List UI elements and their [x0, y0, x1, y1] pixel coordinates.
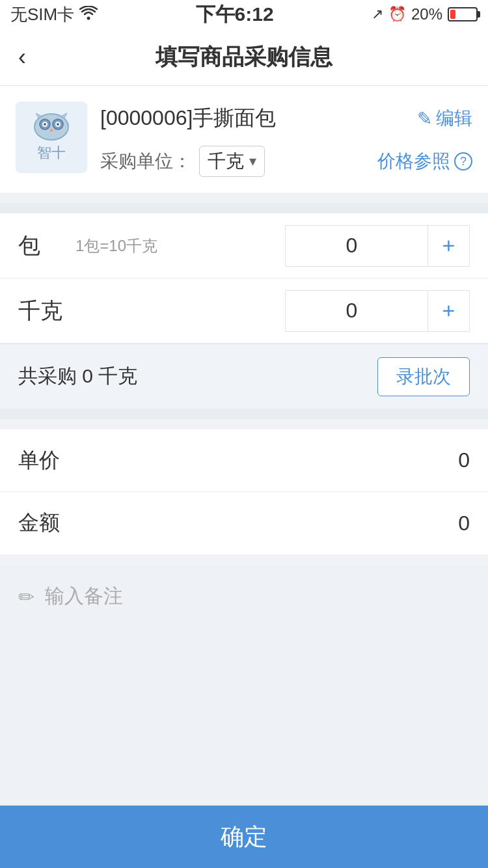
amount-row: 金额 0: [0, 492, 488, 554]
kg-input-wrapper: +: [285, 290, 470, 332]
product-card: 智十 [0000006]手撕面包 ✎ 编辑 采购单位： 千克 ▾ 价格参照: [0, 86, 488, 193]
total-unit: 千克: [98, 365, 137, 387]
bag-input-wrapper: +: [285, 225, 470, 267]
status-bar: 无SIM卡 下午6:12 ↗ ⏰ 20%: [0, 0, 488, 29]
price-ref-label: 价格参照: [377, 149, 450, 174]
product-name: [0000006]手撕面包: [100, 104, 276, 133]
remark-placeholder: 输入备注: [45, 583, 123, 610]
nav-bar: ‹ 填写商品采购信息: [0, 29, 488, 86]
bag-label: 包: [18, 231, 70, 261]
edit-label: 编辑: [436, 106, 472, 131]
unit-price-row: 单价 0: [0, 429, 488, 492]
unit-label: 采购单位：: [100, 149, 191, 174]
price-amount-section: 单价 0 金额 0: [0, 429, 488, 554]
svg-marker-9: [36, 113, 42, 118]
product-image: 智十: [16, 102, 87, 173]
product-id: [0000006]: [100, 106, 193, 129]
section-divider-1: [0, 203, 488, 213]
product-name-text: 手撕面包: [193, 106, 276, 129]
input-section: 包 1包=10千克 + 千克 + 共采购 0 千克 录批次: [0, 213, 488, 409]
battery-percent: 20%: [411, 5, 442, 23]
svg-marker-10: [61, 113, 67, 118]
edit-button[interactable]: ✎ 编辑: [417, 106, 472, 131]
product-name-row: [0000006]手撕面包 ✎ 编辑: [100, 104, 472, 133]
pencil-icon: ✏: [18, 586, 34, 608]
svg-point-1: [34, 114, 68, 140]
confirm-label: 确定: [221, 821, 267, 853]
amount-value: 0: [458, 511, 470, 536]
kg-plus-button[interactable]: +: [428, 290, 470, 332]
back-button[interactable]: ‹: [18, 44, 26, 71]
status-time: 下午6:12: [196, 1, 274, 28]
location-icon: ↗: [372, 6, 383, 23]
svg-point-7: [57, 123, 59, 126]
unit-value: 千克: [208, 149, 244, 174]
kg-number-input[interactable]: [285, 290, 428, 332]
confirm-button[interactable]: 确定: [0, 806, 488, 868]
page-title: 填写商品采购信息: [156, 42, 332, 72]
chevron-down-icon: ▾: [249, 153, 256, 170]
unit-price-label: 单价: [18, 446, 60, 475]
wifi-icon: [79, 5, 98, 25]
total-label: 共采购: [18, 365, 77, 387]
svg-point-4: [44, 123, 46, 126]
bag-number-input[interactable]: [285, 225, 428, 267]
edit-icon: ✎: [417, 108, 432, 129]
battery-icon: [448, 7, 478, 21]
amount-label: 金额: [18, 509, 60, 537]
owl-brand-text: 智十: [37, 143, 66, 163]
bag-plus-button[interactable]: +: [428, 225, 470, 267]
bag-input-row: 包 1包=10千克 +: [0, 213, 488, 278]
kg-label: 千克: [18, 296, 70, 326]
total-amount: 0: [82, 365, 93, 387]
remark-section[interactable]: ✏ 输入备注: [0, 565, 488, 799]
total-row: 共采购 0 千克 录批次: [0, 344, 488, 409]
price-ref-button[interactable]: 价格参照 ?: [377, 149, 472, 174]
section-divider-2: [0, 409, 488, 419]
product-info: [0000006]手撕面包 ✎ 编辑 采购单位： 千克 ▾ 价格参照 ?: [100, 102, 472, 177]
owl-logo-icon: [32, 113, 71, 142]
status-left: 无SIM卡: [10, 3, 98, 26]
kg-input-row: 千克 +: [0, 278, 488, 344]
status-right: ↗ ⏰ 20%: [372, 5, 478, 23]
svg-point-0: [87, 16, 90, 20]
unit-select[interactable]: 千克 ▾: [199, 146, 265, 177]
alarm-icon: ⏰: [388, 6, 406, 23]
question-mark-icon: ?: [454, 152, 472, 170]
total-text: 共采购 0 千克: [18, 363, 137, 390]
unit-row: 采购单位： 千克 ▾ 价格参照 ?: [100, 146, 472, 177]
no-sim-text: 无SIM卡: [10, 3, 74, 26]
bag-sub-label: 1包=10千克: [75, 236, 157, 256]
record-batch-button[interactable]: 录批次: [377, 357, 470, 396]
unit-price-value: 0: [458, 448, 470, 472]
